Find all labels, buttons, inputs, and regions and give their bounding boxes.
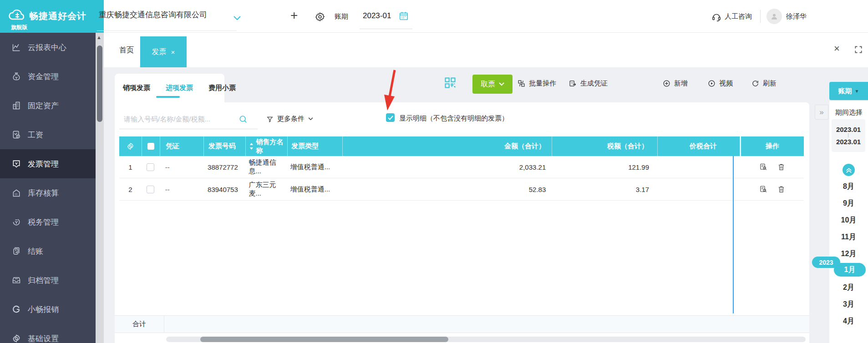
sidebar-item-label: 工资: [28, 130, 43, 140]
select-all-checkbox[interactable]: [147, 143, 154, 150]
month-item-oct[interactable]: 10月: [829, 213, 868, 227]
tab-invoice[interactable]: 发票 ×: [140, 36, 187, 67]
table-row[interactable]: 2 -- 83940753 广东三元麦... 增值税普通... 52.83 3.…: [119, 178, 804, 201]
sidebar-item-label: 税务管理: [28, 217, 59, 227]
period-range-from[interactable]: 2023.01: [836, 126, 861, 133]
row-index: 1: [119, 156, 142, 178]
sidebar-scrollbar-thumb[interactable]: [97, 45, 102, 122]
support-link[interactable]: 人工咨询: [725, 12, 752, 21]
cell-voucher: --: [160, 178, 203, 200]
settings-gear-icon[interactable]: [315, 12, 325, 22]
fixed-column-divider: [733, 156, 734, 313]
delete-trash-icon[interactable]: [777, 163, 785, 171]
more-filters-button[interactable]: 更多条件: [266, 115, 313, 123]
scroll-months-up-button[interactable]: [843, 164, 855, 176]
header-operations: 操作: [740, 136, 804, 156]
sidebar-item-inventory[interactable]: 库存核算: [0, 178, 96, 207]
sidebar-item-payroll[interactable]: 工资: [0, 120, 96, 149]
header-tax[interactable]: 税额（合计）: [552, 136, 658, 156]
fetch-invoice-button[interactable]: 取票: [472, 75, 513, 94]
period-range-box[interactable]: 2023.01 丨 2023.01: [832, 119, 865, 152]
company-selector[interactable]: 重庆畅捷交通信息咨询有限公司: [99, 0, 207, 29]
table-gear-icon[interactable]: [127, 142, 134, 150]
sidebar-item-invoice-management[interactable]: 发票管理: [0, 149, 96, 178]
sidebar-item-funds[interactable]: 资金管理: [0, 62, 96, 91]
document-tab-bar: [104, 33, 868, 67]
row-checkbox[interactable]: [147, 163, 154, 171]
subtab-expense-receipt[interactable]: 费用小票: [208, 84, 236, 92]
caret-down-icon: ▼: [855, 89, 859, 94]
row-checkbox-cell[interactable]: [142, 178, 160, 200]
month-item-aug[interactable]: 8月: [829, 180, 868, 193]
close-panel-icon[interactable]: ×: [834, 43, 840, 55]
delete-trash-icon[interactable]: [777, 185, 785, 193]
sidebar-item-base-settings[interactable]: 基础设置: [0, 324, 96, 343]
add-new-button[interactable]: 新增: [663, 79, 688, 88]
video-button[interactable]: 视频: [708, 79, 733, 88]
period-value[interactable]: 2023-01: [363, 11, 391, 20]
select-all-cell[interactable]: [142, 136, 161, 156]
tab-home[interactable]: 首页: [113, 33, 140, 67]
view-voucher-icon[interactable]: [759, 163, 767, 171]
qr-code-icon[interactable]: [444, 76, 457, 89]
column-settings-cell[interactable]: [119, 136, 142, 156]
search-icon[interactable]: [239, 115, 248, 124]
add-new-label: 新增: [674, 79, 688, 88]
search-input[interactable]: [123, 115, 239, 123]
header-invoice-type[interactable]: 发票类型: [288, 136, 343, 156]
subtab-sales-invoice[interactable]: 销项发票: [123, 84, 150, 92]
sidebar-item-cloud-reports[interactable]: 云报表中心: [0, 33, 96, 62]
search-field[interactable]: [119, 109, 258, 129]
batch-operations-button[interactable]: 批量操作: [518, 79, 556, 88]
tab-close-icon[interactable]: ×: [171, 48, 175, 56]
scroll-up-arrow-icon[interactable]: ▲: [96, 35, 102, 40]
company-name: 重庆畅捷交通信息咨询有限公司: [99, 10, 207, 20]
tax-icon: [12, 217, 21, 227]
avatar[interactable]: [766, 9, 782, 24]
month-item-nov[interactable]: 11月: [829, 230, 868, 244]
month-item-sep[interactable]: 9月: [829, 197, 868, 210]
view-voucher-icon[interactable]: [759, 185, 767, 193]
row-checkbox-cell[interactable]: [142, 156, 160, 178]
cell-total-clipped: [658, 156, 740, 178]
generate-voucher-label: 生成凭证: [580, 79, 608, 88]
period-panel-button[interactable]: 账期 ▼: [829, 82, 868, 100]
sidebar-item-reimbursement[interactable]: 小畅报销: [0, 295, 96, 324]
sidebar-item-label: 资金管理: [28, 71, 59, 82]
invoice-subtab-card: 销项发票 进项发票 费用小票: [115, 74, 224, 102]
row-checkbox[interactable]: [147, 186, 154, 193]
subtab-purchase-invoice[interactable]: 进项发票: [166, 84, 193, 92]
collapse-panel-button[interactable]: »: [815, 105, 828, 120]
add-account-set-button[interactable]: +: [290, 8, 298, 23]
red-annotation-arrow: [381, 68, 401, 113]
sidebar-item-fixed-assets[interactable]: 固定资产: [0, 91, 96, 120]
header-total-clipped[interactable]: 价税合计: [658, 136, 740, 156]
sidebar-item-label: 结账: [28, 246, 43, 257]
period-range-to[interactable]: 2023.01: [836, 138, 861, 146]
row-index: 2: [119, 178, 142, 200]
header-seller[interactable]: 销售方名称: [246, 136, 288, 156]
user-name[interactable]: 徐泽华: [786, 12, 807, 21]
sidebar-item-closing[interactable]: 结账: [0, 237, 96, 266]
voucher-icon: [569, 80, 577, 87]
month-item-feb[interactable]: 2月: [829, 281, 868, 294]
table-row[interactable]: 1 -- 38872772 畅捷通信息... 增值税普通... 2,033.21…: [119, 156, 804, 178]
generate-voucher-button[interactable]: 生成凭证: [569, 79, 608, 88]
cell-voucher: --: [160, 156, 203, 178]
month-item-apr[interactable]: 4月: [829, 314, 868, 328]
header-amount[interactable]: 金额（合计）: [343, 136, 552, 156]
sort-icon[interactable]: [249, 143, 254, 150]
show-detail-checkbox[interactable]: [386, 113, 395, 122]
refresh-button[interactable]: 刷新: [751, 79, 777, 88]
horizontal-scrollbar-thumb[interactable]: [200, 337, 448, 342]
invoice-table-body: 1 -- 38872772 畅捷通信息... 增值税普通... 2,033.21…: [119, 156, 804, 201]
sidebar-item-tax[interactable]: 税务管理: [0, 207, 96, 237]
company-chevron-down-icon[interactable]: [233, 15, 241, 21]
month-item-mar[interactable]: 3月: [829, 298, 868, 311]
header-invoice-no[interactable]: 发票号码: [204, 136, 246, 156]
calendar-icon[interactable]: [399, 11, 409, 21]
header-voucher[interactable]: 凭证: [160, 136, 204, 156]
cloud-logo-icon: [7, 7, 27, 23]
fullscreen-icon[interactable]: [854, 45, 863, 54]
sidebar-item-archive[interactable]: 归档管理: [0, 266, 96, 295]
